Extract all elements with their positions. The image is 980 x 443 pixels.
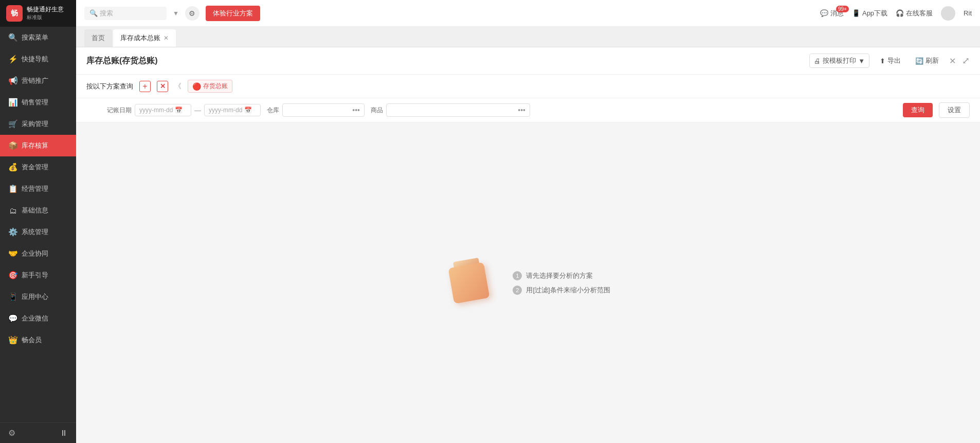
message-icon: 💬 bbox=[820, 9, 828, 17]
sidebar-item-newbie[interactable]: 🎯 新手引导 bbox=[0, 264, 76, 286]
logo-icon: 畅 bbox=[6, 5, 23, 22]
sidebar-item-finance[interactable]: 💰 资金管理 bbox=[0, 156, 76, 178]
print-icon: 🖨 bbox=[814, 57, 821, 65]
newbie-icon: 🎯 bbox=[8, 271, 17, 280]
filter-label: 按以下方案查询 bbox=[86, 82, 133, 91]
tab-home-label: 首页 bbox=[92, 33, 105, 43]
query-button[interactable]: 查询 bbox=[903, 103, 933, 117]
purchase-icon: 🛒 bbox=[8, 119, 17, 129]
empty-hint-1: 1 请先选择要分析的方案 bbox=[513, 271, 610, 280]
sidebar-item-shortcuts[interactable]: ⚡ 快捷导航 bbox=[0, 48, 76, 70]
logo-text: 畅捷通好生意 标准版 bbox=[27, 6, 64, 21]
content-area: 1 请先选择要分析的方案 2 用[过滤]条件来缩小分析范围 bbox=[76, 122, 980, 443]
print-label: 按模板打印 bbox=[823, 56, 856, 65]
empty-state: 1 请先选择要分析的方案 2 用[过滤]条件来缩小分析范围 bbox=[446, 257, 610, 309]
sidebar-item-label: 营销推广 bbox=[22, 76, 48, 85]
empty-state-image bbox=[446, 257, 497, 309]
hint-text-2: 用[过滤]条件来缩小分析范围 bbox=[526, 286, 610, 295]
filter-scheme[interactable]: 🔴 存货总账 bbox=[188, 80, 232, 93]
sidebar-item-label: 企业微信 bbox=[22, 314, 48, 323]
industry-btn[interactable]: 体验行业方案 bbox=[206, 6, 260, 21]
date-start-input[interactable]: yyyy-mm-dd 📅 bbox=[135, 104, 191, 116]
date-label: 记账日期 bbox=[107, 106, 132, 115]
tab-close-icon[interactable]: ✕ bbox=[164, 34, 169, 42]
settings-bottom-icon[interactable]: ⚙ bbox=[8, 428, 15, 438]
sidebar-item-label: 采购管理 bbox=[22, 119, 48, 129]
date-end-placeholder: yyyy-mm-dd bbox=[209, 107, 242, 114]
filter-row: 记账日期 yyyy-mm-dd 📅 — yyyy-mm-dd 📅 仓库 ••• … bbox=[76, 98, 980, 122]
search-icon: 🔍 bbox=[89, 9, 98, 17]
topbar: 🔍 搜索 ▼ ⚙ 体验行业方案 💬 消息 99+ 📱 App下载 🎧 在线客服 … bbox=[76, 0, 980, 27]
warehouse-label: 仓库 bbox=[267, 106, 279, 115]
sales-icon: 📊 bbox=[8, 98, 17, 107]
online-service-label: 在线客服 bbox=[906, 9, 933, 18]
online-service-action[interactable]: 🎧 在线客服 bbox=[896, 9, 933, 18]
export-btn[interactable]: ⬆ 导出 bbox=[876, 54, 905, 67]
sidebar-item-label: 库存核算 bbox=[22, 141, 48, 150]
box-body-shape bbox=[448, 262, 490, 304]
sidebar-item-label: 应用中心 bbox=[22, 292, 48, 302]
sidebar-item-label: 新手引导 bbox=[22, 271, 48, 280]
settings-button[interactable]: 设置 bbox=[939, 102, 970, 118]
refresh-btn[interactable]: 🔄 刷新 bbox=[911, 54, 943, 67]
tab-inventory-cost[interactable]: 库存成本总账 ✕ bbox=[113, 29, 176, 47]
app-logo: 畅 畅捷通好生意 标准版 bbox=[0, 0, 76, 27]
sidebar-item-inventory[interactable]: 📦 库存核算 bbox=[0, 135, 76, 156]
sidebar-item-sales[interactable]: 📊 销售管理 bbox=[0, 92, 76, 113]
sidebar-item-label: 经营管理 bbox=[22, 184, 48, 193]
hint-number-1: 1 bbox=[513, 271, 522, 280]
user-avatar[interactable] bbox=[941, 6, 955, 21]
warehouse-more-icon[interactable]: ••• bbox=[352, 106, 360, 114]
date-end-input[interactable]: yyyy-mm-dd 📅 bbox=[204, 104, 261, 116]
app-download-action[interactable]: 📱 App下载 bbox=[852, 9, 887, 18]
sidebar-item-purchase[interactable]: 🛒 采购管理 bbox=[0, 113, 76, 135]
settings-icon[interactable]: ⚙ bbox=[185, 6, 199, 21]
panel-close-icon[interactable]: ✕ bbox=[949, 56, 956, 66]
tab-home[interactable]: 首页 bbox=[84, 29, 112, 47]
search-box[interactable]: 🔍 搜索 bbox=[84, 7, 167, 20]
sidebar-item-basic[interactable]: 🗂 基础信息 bbox=[0, 200, 76, 221]
sidebar-item-vip[interactable]: 👑 畅会员 bbox=[0, 329, 76, 351]
sidebar-item-system[interactable]: ⚙️ 系统管理 bbox=[0, 221, 76, 243]
goods-select[interactable]: ••• bbox=[386, 103, 530, 117]
filter-bar: 按以下方案查询 + ✕ 《 🔴 存货总账 bbox=[76, 75, 980, 98]
filter-collapse-icon[interactable]: 《 bbox=[174, 82, 182, 91]
print-chevron-icon[interactable]: ▼ bbox=[858, 57, 865, 65]
page-header-actions: 🖨 按模板打印 ▼ ⬆ 导出 🔄 刷新 ✕ ⤢ bbox=[809, 54, 970, 74]
sidebar-item-label: 基础信息 bbox=[22, 206, 48, 215]
goods-filter-group: 商品 ••• bbox=[371, 103, 530, 117]
sidebar-item-search[interactable]: 🔍 搜索菜单 bbox=[0, 27, 76, 48]
app-download-label: App下载 bbox=[862, 9, 887, 18]
message-action[interactable]: 💬 消息 99+ bbox=[820, 9, 844, 18]
search-icon: 🔍 bbox=[8, 33, 17, 42]
sidebar-scroll: 🔍 搜索菜单 ⚡ 快捷导航 📢 营销推广 📊 销售管理 🛒 采购管理 📦 库存核… bbox=[0, 27, 76, 422]
filter-add-btn[interactable]: + bbox=[139, 81, 151, 92]
warehouse-select[interactable]: ••• bbox=[282, 103, 365, 117]
tabbar: 首页 库存成本总账 ✕ bbox=[76, 27, 980, 47]
sidebar-item-label: 企业协同 bbox=[22, 249, 48, 258]
basic-icon: 🗂 bbox=[8, 206, 17, 215]
refresh-icon: 🔄 bbox=[915, 57, 923, 65]
wechat-icon: 💬 bbox=[8, 314, 17, 323]
search-chevron-icon[interactable]: ▼ bbox=[173, 10, 179, 17]
sidebar-item-wechat[interactable]: 💬 企业微信 bbox=[0, 308, 76, 329]
filter-del-btn[interactable]: ✕ bbox=[157, 81, 168, 92]
username: Rit bbox=[964, 9, 972, 17]
goods-more-icon[interactable]: ••• bbox=[518, 106, 525, 114]
sidebar-item-label: 搜索菜单 bbox=[22, 33, 48, 42]
calendar-icon: 📅 bbox=[175, 107, 183, 114]
sidebar-item-enterprise[interactable]: 🤝 企业协同 bbox=[0, 243, 76, 264]
sidebar-item-marketing[interactable]: 📢 营销推广 bbox=[0, 70, 76, 92]
appstore-icon: 📱 bbox=[8, 292, 17, 302]
page-title: 库存总账(存货总账) bbox=[86, 56, 158, 73]
print-btn[interactable]: 🖨 按模板打印 ▼ bbox=[809, 54, 869, 68]
collapse-icon[interactable]: ⏸ bbox=[60, 429, 68, 438]
goods-label: 商品 bbox=[371, 106, 383, 115]
search-text: 搜索 bbox=[100, 9, 113, 18]
sidebar-item-appstore[interactable]: 📱 应用中心 bbox=[0, 286, 76, 308]
sidebar-item-label: 资金管理 bbox=[22, 163, 48, 172]
main-content: 🔍 搜索 ▼ ⚙ 体验行业方案 💬 消息 99+ 📱 App下载 🎧 在线客服 … bbox=[76, 0, 980, 443]
panel-expand-icon[interactable]: ⤢ bbox=[962, 55, 970, 66]
sidebar-item-operation[interactable]: 📋 经营管理 bbox=[0, 178, 76, 200]
empty-hint-2: 2 用[过滤]条件来缩小分析范围 bbox=[513, 286, 610, 295]
